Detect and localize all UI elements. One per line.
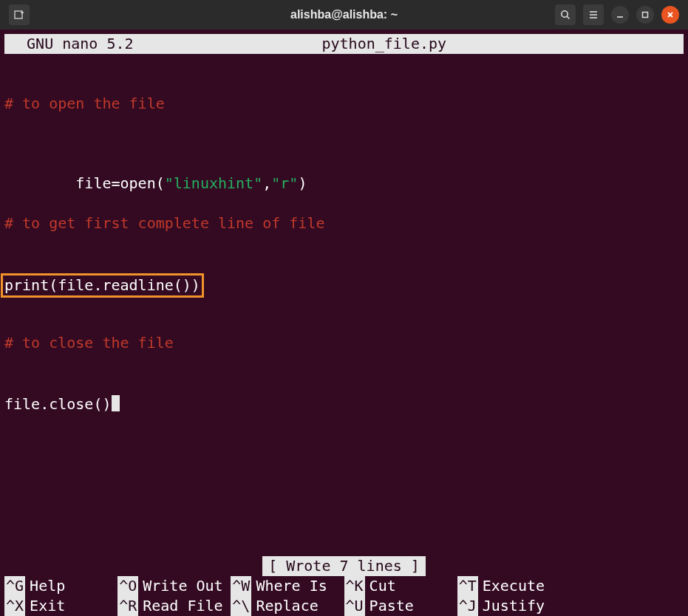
svg-rect-9 [643, 13, 648, 18]
shortcut-whereis[interactable]: ^WWhere Is [231, 576, 344, 596]
nano-header-bar: GNU nano 5.2 python_file.py [4, 34, 684, 54]
shortcut-readfile[interactable]: ^RRead File [117, 596, 231, 616]
nano-status-row: [ Wrote 7 lines ] [4, 556, 684, 576]
code-comment: # to open the file [4, 95, 165, 112]
shortcut-exit[interactable]: ^XExit [4, 596, 117, 616]
code-comment: # to close the file [4, 334, 174, 352]
shortcut-replace[interactable]: ^\Replace [231, 596, 344, 616]
nano-app-label: GNU nano 5.2 [9, 34, 134, 54]
code-string: "linuxhint" [165, 174, 262, 192]
window-titlebar: alishba@alishba: ~ [0, 0, 688, 30]
terminal-body[interactable]: GNU nano 5.2 python_file.py # to open th… [0, 30, 688, 616]
shortcut-writeout[interactable]: ^OWrite Out [117, 576, 231, 596]
nano-shortcut-bar: ^GHelp ^OWrite Out ^WWhere Is ^KCut ^TEx… [4, 576, 684, 616]
svg-line-4 [567, 16, 569, 18]
shortcut-help[interactable]: ^GHelp [4, 576, 117, 596]
nano-filename: python_file.py [322, 34, 447, 54]
new-tab-button[interactable] [9, 4, 30, 25]
editor-content[interactable]: # to open the file file=open("linuxhint"… [4, 54, 684, 556]
terminal-window: alishba@alishba: ~ GNU nano 5.2 python_f… [0, 0, 688, 616]
search-button[interactable] [555, 4, 576, 25]
nano-status-chip: [ Wrote 7 lines ] [262, 556, 426, 576]
close-button[interactable] [661, 6, 679, 24]
minimize-button[interactable] [611, 6, 629, 24]
shortcut-paste[interactable]: ^UPaste [344, 596, 457, 616]
code-text: ) [298, 174, 307, 192]
shortcut-execute[interactable]: ^TExecute [457, 576, 571, 596]
code-text: , [262, 174, 271, 192]
hamburger-menu-button[interactable] [583, 4, 604, 25]
maximize-button[interactable] [636, 6, 654, 24]
shortcut-cut[interactable]: ^KCut [344, 576, 457, 596]
text-cursor [112, 395, 120, 411]
window-title: alishba@alishba: ~ [290, 8, 398, 21]
code-text: print(file.readline()) [4, 276, 200, 294]
highlighted-code-box: print(file.readline()) [1, 273, 204, 298]
code-string: "r" [271, 174, 298, 192]
svg-point-3 [562, 11, 568, 17]
code-text: file.close() [4, 395, 112, 413]
code-comment: # to get first complete line of file [4, 214, 324, 232]
code-text: file=open( [75, 174, 164, 192]
shortcut-justify[interactable]: ^JJustify [457, 596, 571, 616]
